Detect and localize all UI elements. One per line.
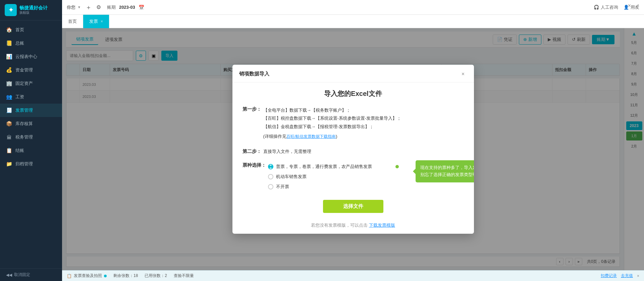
account-chevron-icon: ▼ [77, 5, 81, 9]
step1-line1: 【全电平台】数据下载→【税务数字账户】； [263, 106, 401, 115]
step1-label: 第一步： [243, 106, 261, 112]
bottom-bar: 📋 发票查验及拍照 剩余张数：18 已用张数：2 查验不限量 扣费记录 去充值 … [62, 270, 644, 281]
sidebar-item-label: 首页 [15, 27, 24, 33]
sidebar-item-tax[interactable]: 🏛 税务管理 [0, 130, 62, 144]
remaining-label: 剩余张数：18 [113, 273, 138, 279]
assets-icon: 🏢 [6, 80, 12, 87]
logo-icon: ✦ [5, 4, 17, 16]
verify-label: 发票查验及拍照 [74, 273, 102, 279]
radio-label-2: 机动车销售发票 [276, 174, 307, 180]
tab-home[interactable]: 首页 [62, 15, 83, 28]
unlimited-label: 查验不限量 [174, 273, 194, 279]
consultation-label: 人工咨询 [601, 4, 618, 10]
radio-label-3: 不开票 [276, 184, 289, 190]
radio-circle-3 [268, 184, 273, 189]
step1-line3: 【航信】金税盘数据下载→【报税管理-发票数据导出】； [263, 123, 401, 131]
radio-item-1[interactable]: 普票，专票，卷票，通行费发票，农产品销售发票 [268, 164, 372, 170]
modal-overlay: 销项数据导入 × 导入您的Excel文件 第一步： 【全电平台】数据下载→【税务… [62, 28, 644, 270]
topup-link[interactable]: 去充值 [621, 273, 633, 279]
add-account-icon[interactable]: ＋ [86, 3, 92, 11]
tab-bar: 首页 发票 × [62, 15, 644, 28]
sidebar-item-label: 固定资产 [15, 80, 33, 87]
reports-icon: 📊 [6, 54, 12, 60]
step1-link-post: ) [336, 134, 337, 139]
select-file-button[interactable]: 选择文件 [323, 200, 383, 213]
step1-link-row: (详细操作见百旺/航信发票数据下载指南) [263, 132, 401, 141]
window-maximize-button[interactable]: ⤢ [635, 3, 639, 9]
radio-item-3[interactable]: 不开票 [268, 184, 399, 190]
step1-content: 【全电平台】数据下载→【税务数字账户】； 【百旺】税控盘数据下载→【系统设置-系… [263, 106, 401, 141]
period-value: 2023-03 [119, 5, 135, 10]
sidebar-item-archive[interactable]: 📁 归档管理 [0, 157, 62, 171]
tab-invoice[interactable]: 发票 × [83, 15, 109, 28]
bottom-close-icon[interactable]: × [637, 274, 639, 278]
app-logo: ✦ 畅捷通好会计 旗舰版 [0, 0, 62, 20]
sidebar-item-ledger[interactable]: 📒 总账 [0, 37, 62, 50]
import-dialog: 销项数据导入 × 导入您的Excel文件 第一步： 【全电平台】数据下载→【税务… [232, 65, 474, 234]
ticket-radio-group: 普票，专票，卷票，通行费发票，农产品销售发票 × 现在支持的票种多了，导入发票时… [268, 164, 399, 190]
step1-section: 第一步： 【全电平台】数据下载→【税务数字账户】； 【百旺】税控盘数据下载→【系… [243, 106, 464, 141]
radio-item-2[interactable]: 机动车销售发票 [268, 174, 399, 180]
step1-line2: 【百旺】税控盘数据下载→【系统设置-系统参数设置-发票批量导入】； [263, 114, 401, 123]
verify-section: 📋 发票查验及拍照 [67, 273, 107, 279]
ledger-icon: 📒 [6, 40, 12, 46]
dialog-body: 导入您的Excel文件 第一步： 【全电平台】数据下载→【税务数字账户】； 【百… [232, 82, 474, 196]
sidebar-item-label: 资金管理 [15, 67, 33, 73]
step2-label: 第二步： [243, 149, 261, 155]
sidebar-item-assets[interactable]: 🏢 固定资产 [0, 77, 62, 90]
dialog-close-button[interactable]: × [459, 70, 467, 78]
closing-icon: 📋 [6, 148, 12, 154]
tooltip-connector-dot [395, 165, 399, 168]
download-template-link[interactable]: 下载发票模版 [369, 223, 395, 228]
tooltip-text: 现在支持的票种多了，导入发票时别忘了选择正确的发票类型呀! [420, 165, 474, 177]
settings-icon[interactable]: ⚙ [96, 4, 101, 10]
bottom-bar-right: 扣费记录 去充值 × [601, 273, 639, 279]
consultation-button[interactable]: 🎧 人工咨询 [594, 4, 618, 10]
sidebar-item-label: 结账 [15, 148, 24, 154]
cancel-fixed-button[interactable]: ◀◀ 取消固定 [6, 272, 56, 278]
invoice-icon: 🧾 [6, 107, 12, 113]
topup-record-link[interactable]: 扣费记录 [601, 273, 617, 279]
salary-icon: 👥 [6, 94, 12, 100]
verify-icon: 📋 [67, 274, 72, 278]
window-controls: × ⤢ [628, 3, 639, 9]
dialog-title: 销项数据导入 [239, 71, 269, 77]
ticket-label: 票种选择： [243, 162, 266, 168]
sidebar-item-salary[interactable]: 👥 工资 [0, 90, 62, 104]
sidebar-item-home[interactable]: 🏠 首页 [0, 23, 62, 37]
sidebar-item-invoice[interactable]: 🧾 发票管理 [0, 104, 62, 117]
sidebar-item-label: 税务管理 [15, 134, 33, 140]
period-label: 账期 [107, 4, 116, 10]
used-label: 已用张数：2 [145, 273, 167, 279]
verify-dot [104, 275, 107, 277]
dialog-main-title: 导入您的Excel文件 [243, 89, 464, 98]
sidebar-item-label: 库存核算 [15, 121, 33, 127]
tab-invoice-close[interactable]: × [101, 19, 103, 24]
window-close-button[interactable]: × [628, 3, 631, 9]
tax-icon: 🏛 [6, 134, 12, 140]
sidebar-item-label: 云报表中心 [15, 54, 37, 60]
sidebar-item-reports[interactable]: 📊 云报表中心 [0, 50, 62, 63]
logo-title: 畅捷通好会计 [19, 5, 48, 11]
sidebar-nav: 🏠 首页 📒 总账 📊 云报表中心 💰 资金管理 🏢 固定资产 👥 工资 [0, 20, 62, 268]
dialog-footer: 选择文件 若您没有发票模版，可以点击 下载发票模版 [232, 196, 474, 234]
account-selector[interactable]: 你您 ▼ [67, 4, 81, 10]
sidebar-item-finance[interactable]: 💰 资金管理 [0, 63, 62, 77]
sidebar-item-closing[interactable]: 📋 结账 [0, 144, 62, 157]
account-name: 你您 [67, 4, 75, 10]
calendar-icon[interactable]: 📅 [139, 5, 144, 10]
main-area: 你您 ▼ ＋ ⚙ 账期 2023-03 📅 🎧 人工咨询 👤 用友 [62, 0, 644, 281]
tooltip-box: × 现在支持的票种多了，导入发票时别忘了选择正确的发票类型呀! [416, 160, 474, 182]
sidebar-item-label: 总账 [15, 40, 24, 46]
radio-circle-2 [268, 174, 273, 179]
step2-section: 第二步： 直接导入文件，无需整理 [243, 148, 464, 156]
ticket-section: 票种选择： 普票，专票，卷票，通行费发票，农产品销售发票 [243, 162, 464, 190]
ticket-option-1: 普票，专票，卷票，通行费发票，农产品销售发票 × 现在支持的票种多了，导入发票时… [268, 164, 399, 170]
sidebar-bottom: ◀◀ 取消固定 [0, 268, 62, 281]
top-bar: 你您 ▼ ＋ ⚙ 账期 2023-03 📅 🎧 人工咨询 👤 用友 [62, 0, 644, 15]
sidebar-item-inventory[interactable]: 📦 库存核算 [0, 117, 62, 130]
step2-content: 直接导入文件，无需整理 [263, 148, 311, 156]
download-hint-row: 若您没有发票模版，可以点击 下载发票模版 [243, 222, 464, 228]
step1-guide-link[interactable]: 百旺/航信发票数据下载指南 [286, 134, 336, 139]
inventory-icon: 📦 [6, 121, 12, 127]
